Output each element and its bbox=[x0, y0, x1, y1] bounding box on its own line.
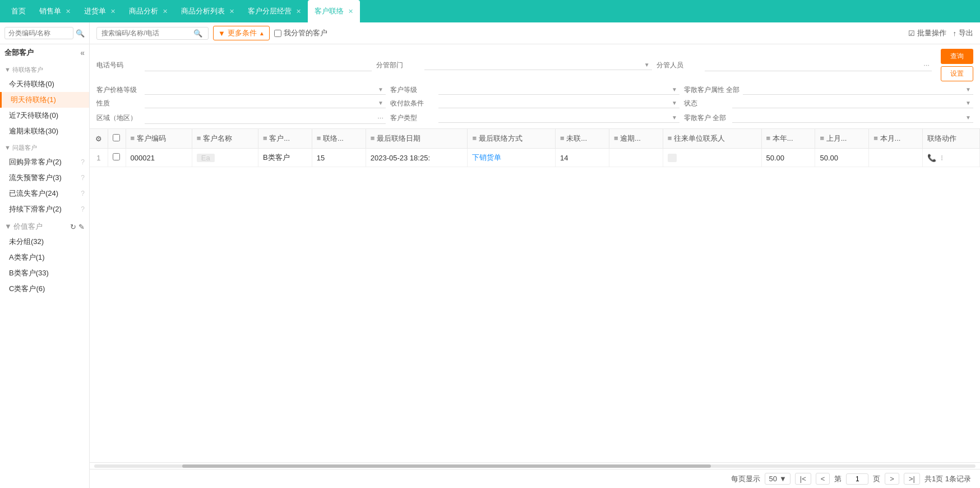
th-code[interactable]: ≡ 客户编码 bbox=[126, 129, 192, 149]
sidebar-collapse-icon[interactable]: « bbox=[80, 48, 85, 57]
nav-label-sales: 销售单 bbox=[39, 0, 61, 22]
filter-row-1: 电话号码 分管部门 ▼ 分管人员 ··· 查询 设置 bbox=[96, 49, 973, 81]
page-next-btn[interactable]: > bbox=[885, 473, 899, 485]
horizontal-scrollbar[interactable] bbox=[90, 462, 980, 469]
th-last-contact-method[interactable]: ≡ 最后联络方式 bbox=[468, 129, 556, 149]
filter-icon: ▼ bbox=[218, 29, 225, 38]
th-category[interactable]: ≡ 客户... bbox=[258, 129, 312, 149]
call-icon[interactable]: 📞 bbox=[927, 154, 936, 162]
filter-select-status[interactable]: ▼ bbox=[732, 98, 973, 108]
more-icon-region[interactable]: ··· bbox=[377, 113, 383, 122]
th-last-contact-date[interactable]: ≡ 最后联络日期 bbox=[366, 129, 468, 149]
sidebar-item-churn-warning[interactable]: 流失预警客户(3) ? bbox=[0, 170, 89, 186]
sidebar-item-class-a[interactable]: A类客户(1) bbox=[0, 250, 89, 265]
chevron-down-icon-level: ▼ bbox=[672, 86, 677, 93]
sidebar-item-7days[interactable]: 近7天待联络(0) bbox=[0, 108, 89, 123]
sidebar-item-class-c[interactable]: C类客户(6) bbox=[0, 281, 89, 297]
chevron-down-icon-status: ▼ bbox=[965, 100, 971, 106]
filter-input-phone[interactable] bbox=[145, 59, 372, 71]
query-btn[interactable]: 查询 bbox=[941, 49, 973, 64]
sidebar-item-overdue[interactable]: 逾期未联络(30) bbox=[0, 123, 89, 139]
th-overdue[interactable]: ≡ 逾期... bbox=[609, 129, 663, 149]
page-last-btn[interactable]: >| bbox=[904, 473, 920, 485]
select-all-checkbox[interactable] bbox=[113, 134, 120, 141]
sidebar-search-icon[interactable]: 🔍 bbox=[76, 29, 85, 38]
nav-item-product-analysis[interactable]: 商品分析 ✕ bbox=[122, 0, 174, 22]
sidebar-item-tomorrow[interactable]: 明天待联络(1) bbox=[0, 92, 89, 108]
search-input[interactable] bbox=[101, 29, 191, 37]
page-size-select[interactable]: 50 ▼ bbox=[765, 473, 790, 485]
td-name[interactable]: Ea bbox=[192, 149, 258, 167]
content-area: 🔍 ▼ 更多条件 ▲ 我分管的客户 ☑ 批量操作 ↑ 导出 bbox=[90, 22, 980, 488]
th-last-month[interactable]: ≡ 上月... bbox=[815, 129, 869, 149]
td-last-contact-method[interactable]: 下销货单 bbox=[468, 149, 556, 167]
sidebar-item-ungrouped[interactable]: 未分组(32) bbox=[0, 234, 89, 250]
config-btn[interactable]: 设置 bbox=[941, 66, 973, 81]
filter-select-customer-level[interactable]: ▼ bbox=[438, 85, 679, 95]
search-box: 🔍 bbox=[96, 27, 209, 40]
nav-item-home[interactable]: 首页 bbox=[4, 0, 33, 22]
filter-select-customer-type[interactable]: ▼ bbox=[438, 113, 679, 123]
page-prev-btn[interactable]: < bbox=[816, 473, 830, 485]
sidebar-item-churned[interactable]: 已流失客户(24) ? bbox=[0, 186, 89, 201]
nav-close-sales[interactable]: ✕ bbox=[66, 0, 71, 22]
my-customers-checkbox-label[interactable]: 我分管的客户 bbox=[274, 28, 327, 38]
my-customers-checkbox[interactable] bbox=[274, 30, 281, 37]
sidebar-item-class-b[interactable]: B类客户(33) bbox=[0, 265, 89, 281]
nav-close-purchase[interactable]: ✕ bbox=[110, 0, 115, 22]
batch-action-label: 批量操作 bbox=[917, 28, 946, 38]
nav-item-customer-contact[interactable]: 客户联络 ✕ bbox=[308, 0, 360, 22]
page-size-chevron: ▼ bbox=[779, 475, 787, 483]
help-icon-churn-warning: ? bbox=[81, 174, 85, 182]
td-checkbox[interactable] bbox=[108, 149, 126, 167]
batch-action-btn[interactable]: ☑ 批量操作 bbox=[908, 28, 946, 38]
td-this-month bbox=[869, 149, 923, 167]
nav-close-product-analysis-list[interactable]: ✕ bbox=[229, 0, 234, 22]
action-icons: 📞 ⁝ bbox=[927, 154, 975, 162]
sidebar-item-declining[interactable]: 持续下滑客户(2) ? bbox=[0, 201, 89, 217]
edit-icon[interactable]: ✎ bbox=[78, 223, 85, 231]
nav-item-sales[interactable]: 销售单 ✕ bbox=[33, 0, 77, 22]
sidebar-group-problem: ▼ 问题客户 bbox=[0, 141, 89, 154]
filter-select-price-level[interactable]: ▼ bbox=[145, 85, 386, 95]
nav-close-customer-tier[interactable]: ✕ bbox=[296, 0, 301, 22]
th-settings[interactable]: ⚙ bbox=[90, 129, 108, 149]
refresh-icon[interactable]: ↻ bbox=[70, 223, 76, 231]
sidebar-all-customers[interactable]: 全部客户 « bbox=[0, 44, 89, 61]
filter-label-retail-attr: 零散客户属性 全部 bbox=[684, 85, 739, 95]
more-filter-btn[interactable]: ▼ 更多条件 ▲ bbox=[213, 26, 270, 40]
row-checkbox[interactable] bbox=[113, 153, 120, 160]
filter-select-dept[interactable]: ▼ bbox=[424, 60, 651, 70]
export-btn[interactable]: ↑ 导出 bbox=[953, 28, 974, 38]
search-icon[interactable]: 🔍 bbox=[193, 29, 202, 38]
filter-select-retail-attr[interactable]: ▼ bbox=[743, 85, 973, 95]
page-first-btn[interactable]: |< bbox=[795, 473, 811, 485]
th-this-month[interactable]: ≡ 本月... bbox=[869, 129, 923, 149]
chevron-down-icon-payment: ▼ bbox=[672, 100, 677, 106]
filter-select-region[interactable]: ··· bbox=[145, 112, 386, 124]
nav-item-purchase[interactable]: 进货单 ✕ bbox=[77, 0, 122, 22]
filter-select-retail-customer[interactable]: ▼ bbox=[732, 113, 973, 123]
last-contact-link[interactable]: 下销货单 bbox=[472, 153, 501, 162]
filter-select-payment[interactable]: ▼ bbox=[438, 98, 679, 108]
th-uncontacted[interactable]: ≡ 未联... bbox=[556, 129, 609, 149]
chevron-down-icon-retail: ▼ bbox=[965, 86, 971, 93]
th-contact-person[interactable]: ≡ 往来单位联系人 bbox=[663, 129, 761, 149]
more-icon-manager[interactable]: ··· bbox=[923, 61, 930, 69]
nav-item-product-analysis-list[interactable]: 商品分析列表 ✕ bbox=[174, 0, 241, 22]
nav-close-customer-contact[interactable]: ✕ bbox=[348, 0, 353, 22]
th-this-year[interactable]: ≡ 本年... bbox=[761, 129, 815, 149]
filter-select-manager[interactable]: ··· bbox=[705, 59, 932, 71]
th-contact-count[interactable]: ≡ 联络... bbox=[312, 129, 366, 149]
page-size-label: 每页显示 bbox=[731, 474, 760, 484]
nav-close-product-analysis[interactable]: ✕ bbox=[163, 0, 168, 22]
page-input[interactable] bbox=[846, 473, 868, 485]
nav-item-customer-tier[interactable]: 客户分层经营 ✕ bbox=[241, 0, 308, 22]
filter-select-nature[interactable]: ▼ bbox=[145, 98, 386, 108]
th-name[interactable]: ≡ 客户名称 bbox=[192, 129, 258, 149]
sidebar-item-today[interactable]: 今天待联络(0) bbox=[0, 76, 89, 92]
sidebar-item-repurchase-anomaly[interactable]: 回购异常客户(2) ? bbox=[0, 154, 89, 170]
grid-icon[interactable]: ⁝ bbox=[941, 154, 943, 162]
sidebar-search-input[interactable] bbox=[4, 27, 73, 39]
th-checkbox[interactable] bbox=[108, 129, 126, 149]
